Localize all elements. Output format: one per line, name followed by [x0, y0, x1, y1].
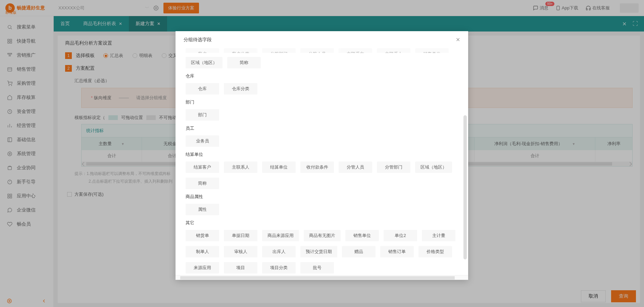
field-row: 部门	[186, 109, 458, 121]
field-row: 结算客户主联系人结算单位收付款条件分管人员分管部门区域（地区）简称	[186, 162, 458, 189]
field-option[interactable]: 分管人员	[339, 162, 372, 173]
field-option[interactable]: 业务员	[186, 135, 219, 147]
field-option[interactable]: 销货单	[186, 230, 219, 241]
field-option[interactable]: 收付款条件	[300, 162, 334, 173]
close-icon[interactable]: ✕	[456, 37, 460, 43]
field-option[interactable]: 仓库	[186, 83, 219, 95]
field-option[interactable]: 分管部门	[262, 48, 296, 53]
field-option[interactable]: 结算客户	[186, 162, 219, 173]
section-title: 商品属性	[186, 194, 458, 200]
field-option[interactable]: 价格类型	[418, 246, 452, 257]
field-option[interactable]: 项目	[224, 262, 257, 273]
field-option[interactable]: 销售单位	[345, 230, 379, 241]
field-option[interactable]: 客户	[186, 48, 219, 53]
field-option[interactable]: 制单人	[186, 246, 219, 257]
field-option[interactable]: 单位2	[384, 230, 417, 241]
section-title: 仓库	[186, 73, 458, 79]
field-option[interactable]: 区域（地区）	[415, 162, 452, 173]
field-section: 结算单位结算客户主联系人结算单位收付款条件分管人员分管部门区域（地区）简称	[186, 151, 458, 189]
scrollbar-thumb[interactable]	[463, 115, 467, 259]
field-row: 属性	[186, 204, 458, 215]
field-option[interactable]: 商品来源应用	[262, 230, 299, 241]
field-option[interactable]: 仓库分类	[224, 83, 257, 95]
field-option[interactable]: 分管部门	[377, 162, 410, 173]
field-row: 客户客户分类分管部门分管人员主联系方主联系人销售单位	[186, 48, 458, 53]
section-title: 结算单位	[186, 151, 458, 158]
field-option[interactable]: 客户分类	[224, 48, 257, 53]
field-row: 仓库仓库分类	[186, 83, 458, 95]
field-section: 员工业务员	[186, 125, 458, 147]
field-option[interactable]: 主计量	[422, 230, 455, 241]
modal-title: 分组待选字段	[184, 37, 212, 43]
section-title: 部门	[186, 99, 458, 105]
field-option[interactable]: 结算单位	[262, 162, 296, 173]
modal-header: 分组待选字段 ✕	[176, 31, 468, 48]
modal-vscroll[interactable]	[463, 48, 467, 275]
field-row: 销货单单据日期商品来源应用商品有无图片销售单位单位2主计量制单人审核人出库人预计…	[186, 230, 458, 273]
field-option[interactable]: 简称	[186, 178, 219, 189]
field-option[interactable]: 商品有无图片	[304, 230, 341, 241]
section-title: 其它	[186, 220, 458, 226]
field-selector-modal: 分组待选字段 ✕ 客户客户分类分管部门分管人员主联系方主联系人销售单位区域（地区…	[176, 31, 468, 280]
modal-hscroll[interactable]	[176, 275, 468, 280]
field-option[interactable]: 批号	[300, 262, 334, 273]
field-option[interactable]: 部门	[186, 109, 219, 121]
field-option[interactable]: 主联系人	[377, 48, 410, 53]
field-section: 其它销货单单据日期商品来源应用商品有无图片销售单位单位2主计量制单人审核人出库人…	[186, 220, 458, 273]
section-title: 员工	[186, 125, 458, 131]
field-option[interactable]: 属性	[186, 204, 219, 215]
field-section: 仓库仓库仓库分类	[186, 73, 458, 95]
field-option[interactable]: 出库人	[262, 246, 296, 257]
field-section: 部门部门	[186, 99, 458, 121]
field-option[interactable]: 单据日期	[224, 230, 257, 241]
field-option[interactable]: 审核人	[224, 246, 257, 257]
scrollbar-thumb[interactable]	[180, 276, 455, 280]
field-option[interactable]: 简称	[227, 57, 261, 68]
field-section: 商品属性属性	[186, 194, 458, 215]
field-option[interactable]: 主联系人	[224, 162, 257, 173]
field-option[interactable]: 销售单位	[415, 48, 449, 53]
field-option[interactable]: 项目分类	[262, 262, 296, 273]
field-option[interactable]: 来源应用	[186, 262, 219, 273]
field-option[interactable]: 主联系方	[339, 48, 372, 53]
field-option[interactable]: 区域（地区）	[186, 57, 222, 68]
field-row: 区域（地区）简称	[186, 57, 458, 68]
field-row: 业务员	[186, 135, 458, 147]
field-option[interactable]: 赠品	[342, 246, 376, 257]
field-option[interactable]: 预计交货日期	[300, 246, 337, 257]
field-option[interactable]: 销售订单	[380, 246, 414, 257]
modal-body: 客户客户分类分管部门分管人员主联系方主联系人销售单位区域（地区）简称仓库仓库仓库…	[176, 48, 468, 275]
field-option[interactable]: 分管人员	[300, 48, 334, 53]
